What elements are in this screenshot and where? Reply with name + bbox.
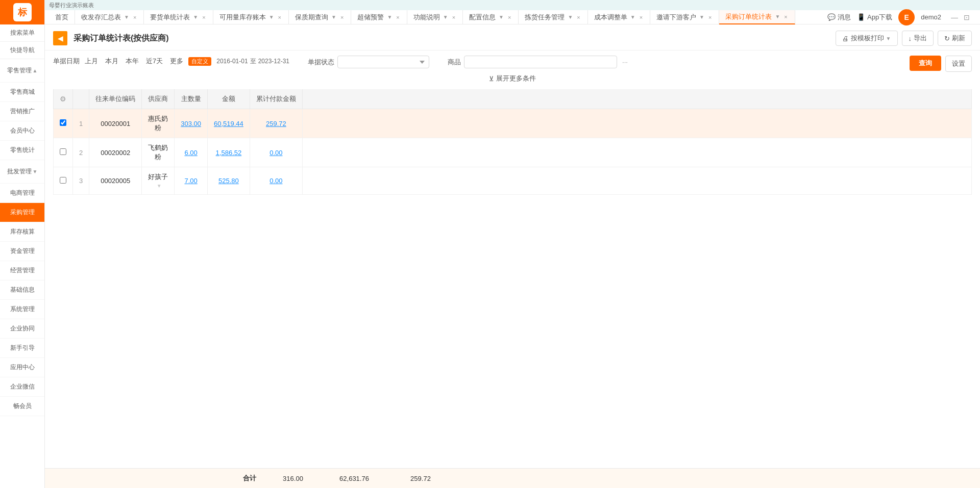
collapse-sidebar-button[interactable]: ◀ xyxy=(53,31,67,45)
export-button[interactable]: ↓ 导出 xyxy=(902,31,934,46)
search-menu-button[interactable]: 搜索菜单 xyxy=(3,27,41,39)
table-row: 3 00020005 好孩子 ▼ 7.00 525.80 0.00 xyxy=(54,167,972,195)
expand-down-icon: ⊻ xyxy=(489,75,494,83)
tab-available-stock[interactable]: 可用量库存账本 ▼ × xyxy=(213,10,289,24)
row-supplier: 惠氏奶粉 xyxy=(142,109,175,138)
refresh-button[interactable]: ↻ 刷新 xyxy=(938,31,972,46)
date-more[interactable]: 更多 xyxy=(168,56,185,67)
row-extra3 xyxy=(302,167,971,195)
tab-close-btn9[interactable]: × xyxy=(639,13,644,21)
sidebar-item-system[interactable]: 系统管理 xyxy=(0,300,44,319)
tab-receive-summary[interactable]: 收发存汇总表 ▼ × xyxy=(75,10,144,24)
tab-close-btn8[interactable]: × xyxy=(576,13,581,21)
row-qty2[interactable]: 6.00 xyxy=(175,138,208,167)
tab-purchase-stat[interactable]: 采购订单统计表 ▼ × xyxy=(719,10,795,24)
tab-close-btn4[interactable]: × xyxy=(339,13,345,21)
template-dropdown-icon: ▼ xyxy=(886,36,891,41)
custom-date-badge: 自定义 xyxy=(188,57,211,66)
tab-func-desc[interactable]: 功能说明 ▼ × xyxy=(407,10,463,24)
sidebar-item-wholesale[interactable]: 批发管理 ▼ xyxy=(0,160,44,184)
sidebar-item-app-center[interactable]: 应用中心 xyxy=(0,358,44,377)
quick-nav-button[interactable]: 快捷导航 xyxy=(3,44,41,57)
row-amount[interactable]: 60,519.44 xyxy=(208,109,250,138)
goods-input[interactable] xyxy=(464,56,617,68)
sidebar-item-purchase[interactable]: 采购管理 xyxy=(0,203,44,222)
sidebar-item-collab[interactable]: 企业协同 xyxy=(0,319,44,339)
col-extra xyxy=(302,89,971,109)
row-paid2[interactable]: 0.00 xyxy=(250,138,302,167)
tab-cost-adjust[interactable]: 成本调整单 ▼ × xyxy=(588,10,650,24)
tab-home[interactable]: 首页 xyxy=(49,10,75,24)
sidebar-item-zero-mall[interactable]: 零售商城 xyxy=(0,83,44,102)
tab-close-btn10[interactable]: × xyxy=(707,13,713,21)
date-this-year[interactable]: 本年 xyxy=(124,56,141,67)
row-paid[interactable]: 259.72 xyxy=(250,109,302,138)
col-qty: 主数量 xyxy=(175,89,208,109)
sidebar-item-marketing[interactable]: 营销推广 xyxy=(0,102,44,121)
tab-close-btn11[interactable]: × xyxy=(783,13,788,21)
row-code3: 00020005 xyxy=(89,167,142,195)
table-footer: 合计 316.00 62,631.76 259.72 xyxy=(45,468,980,488)
page-title: 采购订单统计表(按供应商) xyxy=(74,33,169,44)
logo-text: 标 xyxy=(18,6,27,18)
tab-close-btn7[interactable]: × xyxy=(507,13,512,21)
sidebar-item-ecom[interactable]: 电商管理 xyxy=(0,184,44,203)
tab-expiry-query[interactable]: 保质期查询 ▼ × xyxy=(289,10,351,24)
row-amount3[interactable]: 525.80 xyxy=(208,167,250,195)
tab-close-btn2[interactable]: × xyxy=(201,13,206,21)
goods-ellipsis[interactable]: ··· xyxy=(620,56,630,68)
sidebar-item-finance[interactable]: 资金管理 xyxy=(0,242,44,261)
tab-close-btn5[interactable]: × xyxy=(395,13,400,21)
date-this-month[interactable]: 本月 xyxy=(103,56,120,67)
template-print-button[interactable]: 🖨 按模板打印 ▼ xyxy=(836,31,898,46)
goods-filter-label: 商品 xyxy=(448,58,461,67)
sidebar-item-zero-stat[interactable]: 零售统计 xyxy=(0,141,44,160)
sidebar-item-newbie[interactable]: 新手引导 xyxy=(0,339,44,358)
sidebar-item-member[interactable]: 会员中心 xyxy=(0,121,44,141)
tab-dropdown-icon9: ▼ xyxy=(630,14,635,20)
query-button[interactable]: 查询 xyxy=(910,56,941,71)
row-qty[interactable]: 303.00 xyxy=(175,109,208,138)
topbar: 母婴行业演示账表 首页 收发存汇总表 ▼ × 要货单统计表 ▼ × 可用量库存账… xyxy=(45,0,980,24)
tab-config-info[interactable]: 配置信息 ▼ × xyxy=(463,10,519,24)
filter-row: 单据日期 上月 本月 本年 近7天 更多 自定义 2016-01-01 至 20… xyxy=(53,56,972,72)
row-checkbox2[interactable] xyxy=(54,138,73,167)
col-code: 往来单位编码 xyxy=(89,89,142,109)
row-amount2[interactable]: 1,586.52 xyxy=(208,138,250,167)
tab-close-btn6[interactable]: × xyxy=(451,13,456,21)
sidebar-item-member2[interactable]: 畅会员 xyxy=(0,397,44,416)
settings-button[interactable]: 设置 xyxy=(945,56,972,72)
footer-row: 合计 316.00 62,631.76 259.72 xyxy=(53,474,972,483)
goods-filter: 商品 ··· xyxy=(448,56,630,68)
tab-invite-downstream[interactable]: 邀请下游客户 ▼ × xyxy=(650,10,719,24)
sidebar-item-corp-wechat[interactable]: 企业微信 xyxy=(0,377,44,397)
user-avatar[interactable]: E xyxy=(898,9,915,25)
sidebar-item-zero-retail[interactable]: 零售管理 ▲ xyxy=(0,59,44,83)
sidebar-item-basic[interactable]: 基础信息 xyxy=(0,280,44,300)
message-button[interactable]: 💬 消息 xyxy=(827,13,851,22)
status-select[interactable] xyxy=(337,56,429,68)
row-qty3[interactable]: 7.00 xyxy=(175,167,208,195)
window-minimize-button[interactable]: — xyxy=(949,12,960,22)
page-header: ◀ 采购订单统计表(按供应商) 🖨 按模板打印 ▼ ↓ 导出 ↻ 刷新 xyxy=(45,24,980,50)
tab-close-btn3[interactable]: × xyxy=(277,13,282,21)
expand-more-button[interactable]: ⊻ 展开更多条件 xyxy=(489,74,536,83)
row-checkbox[interactable] xyxy=(54,109,73,138)
tab-pick-task[interactable]: 拣货任务管理 ▼ × xyxy=(519,10,587,24)
row-checkbox3[interactable] xyxy=(54,167,73,195)
date-last-month[interactable]: 上月 xyxy=(83,56,100,67)
tab-overstock[interactable]: 超储预警 ▼ × xyxy=(351,10,407,24)
row-code: 00020001 xyxy=(89,109,142,138)
col-supplier: 供应商 xyxy=(142,89,175,109)
filter-expand: ⊻ 展开更多条件 xyxy=(53,72,972,87)
app-download-button[interactable]: 📱 App下载 xyxy=(857,13,892,22)
column-settings-icon[interactable]: ⚙ xyxy=(60,95,66,103)
row-paid3[interactable]: 0.00 xyxy=(250,167,302,195)
date-last-7days[interactable]: 近7天 xyxy=(144,56,165,67)
tab-close-btn[interactable]: × xyxy=(132,13,137,21)
sidebar-item-ops[interactable]: 经营管理 xyxy=(0,261,44,280)
tab-order-stat[interactable]: 要货单统计表 ▼ × xyxy=(144,10,213,24)
window-restore-button[interactable]: ⊡ xyxy=(962,12,972,22)
sidebar-logo[interactable]: 标 xyxy=(0,0,44,24)
sidebar-item-inventory[interactable]: 库存核算 xyxy=(0,222,44,242)
